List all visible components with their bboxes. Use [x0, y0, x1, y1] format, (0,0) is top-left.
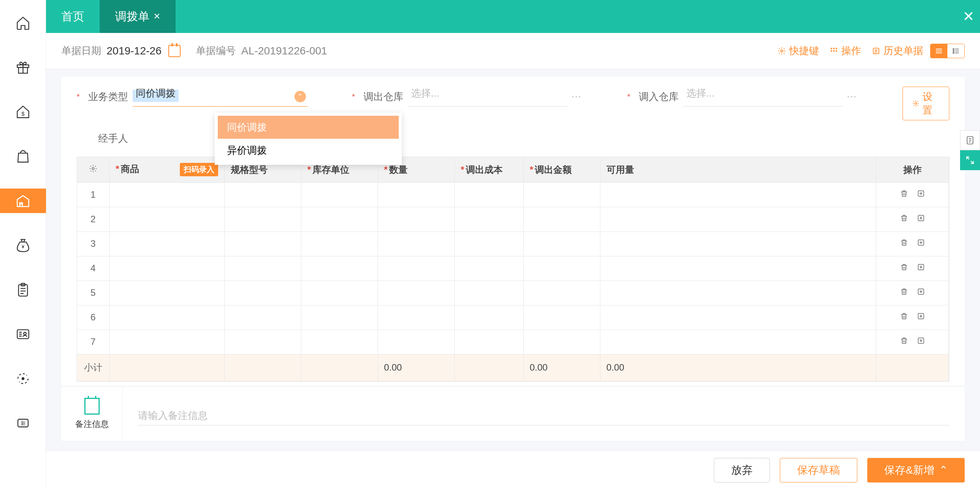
tab-transfer-order[interactable]: 调拨单 ✕ — [100, 0, 176, 33]
notes-icon — [84, 398, 100, 415]
delete-row-icon[interactable] — [900, 263, 908, 274]
out-warehouse-field: * 调出仓库 选择... ⋯ — [352, 87, 581, 107]
expand-float-button[interactable] — [960, 150, 980, 170]
table-row[interactable]: 5 — [77, 281, 949, 305]
in-warehouse-input[interactable]: 选择... — [683, 87, 843, 107]
table-row[interactable]: 4 — [77, 256, 949, 281]
sidebar-item-warehouse[interactable] — [0, 189, 46, 213]
shortcut-button[interactable]: 快捷键 — [778, 44, 819, 57]
more-icon[interactable]: ⋯ — [571, 91, 581, 103]
sidebar-item-gift[interactable] — [0, 55, 46, 80]
save-and-new-button[interactable]: 保存&新增⌃ — [867, 458, 965, 482]
chevron-up-icon[interactable]: ⌃ — [294, 91, 306, 102]
subtotal-qty: 0.00 — [378, 354, 454, 381]
table-row[interactable]: 1 — [77, 182, 949, 207]
abandon-button[interactable]: 放弃 — [714, 458, 770, 482]
sidebar-item-contacts[interactable] — [0, 322, 46, 346]
required-star: * — [352, 92, 355, 101]
grid-icon — [830, 47, 838, 55]
delete-row-icon[interactable] — [900, 312, 908, 323]
billno-value: AL-20191226-001 — [241, 45, 327, 57]
subtotal-row: 小计 0.00 0.00 0.00 — [77, 354, 949, 381]
close-tab-icon[interactable]: ✕ — [153, 11, 160, 21]
row-number: 6 — [77, 305, 109, 330]
svg-rect-13 — [833, 48, 835, 49]
notes-tab[interactable]: 备注信息 — [61, 387, 123, 441]
notes-panel: 备注信息 — [61, 387, 965, 441]
calendar-icon[interactable] — [168, 45, 181, 57]
col-operation: 操作 — [876, 157, 949, 182]
add-row-icon[interactable] — [917, 189, 925, 200]
delete-row-icon[interactable] — [900, 287, 908, 298]
out-warehouse-label: 调出仓库 — [357, 90, 403, 103]
date-value[interactable]: 2019-12-26 — [107, 45, 161, 57]
sidebar-item-bag[interactable] — [0, 144, 46, 169]
notes-input[interactable] — [138, 406, 949, 425]
sidebar-item-new[interactable]: 新 — [0, 411, 46, 435]
in-warehouse-field: * 调入仓库 选择... ⋯ — [627, 87, 857, 107]
view-list-button[interactable] — [931, 44, 947, 58]
operate-button[interactable]: 操作 — [830, 44, 861, 57]
gift-icon — [15, 60, 31, 75]
delete-row-icon[interactable] — [900, 214, 908, 225]
tab-label: 调拨单 — [115, 9, 150, 25]
add-row-icon[interactable] — [917, 287, 925, 298]
delete-row-icon[interactable] — [900, 336, 908, 347]
sidebar-item-clipboard[interactable] — [0, 277, 46, 302]
business-type-label: 业务类型 — [82, 90, 128, 103]
dropdown-option-same-price[interactable]: 同价调拨 — [218, 116, 399, 139]
sidebar-item-sync[interactable] — [0, 366, 46, 391]
row-number: 4 — [77, 256, 109, 281]
sync-icon — [15, 371, 31, 386]
business-type-dropdown: 同价调拨 异价调拨 — [215, 113, 402, 165]
col-amount: *调出金额 — [523, 157, 600, 182]
view-grid-button[interactable] — [947, 44, 964, 58]
add-row-icon[interactable] — [917, 336, 925, 347]
id-card-icon — [15, 327, 31, 342]
left-sidebar: $ ¥ 新 — [0, 0, 46, 489]
subtotal-amount: 0.00 — [523, 354, 600, 381]
row-number: 1 — [77, 182, 109, 207]
svg-point-19 — [953, 48, 954, 49]
tab-home[interactable]: 首页 — [46, 0, 100, 33]
table-row[interactable]: 3 — [77, 231, 949, 256]
clipboard-icon — [15, 282, 31, 297]
add-row-icon[interactable] — [917, 263, 925, 274]
gear-icon — [912, 99, 919, 108]
svg-point-23 — [92, 167, 94, 170]
add-row-icon[interactable] — [917, 214, 925, 225]
sidebar-item-money[interactable]: ¥ — [0, 233, 46, 258]
view-toggle — [930, 44, 965, 58]
delete-row-icon[interactable] — [900, 238, 908, 249]
business-type-input[interactable]: 同价调拨 — [133, 87, 307, 107]
add-row-icon[interactable] — [917, 238, 925, 249]
handler-label: 经手人 — [82, 132, 128, 145]
sidebar-item-home[interactable] — [0, 11, 46, 35]
list-view-icon — [935, 48, 943, 54]
history-button[interactable]: 历史单据 — [872, 44, 923, 57]
svg-point-7 — [23, 332, 26, 335]
table-row[interactable]: 7 — [77, 330, 949, 354]
table-settings-icon[interactable] — [89, 164, 97, 175]
add-row-icon[interactable] — [917, 312, 925, 323]
settings-button[interactable]: 设置 — [903, 87, 949, 120]
grid-view-icon — [952, 48, 960, 54]
more-icon[interactable]: ⋯ — [847, 91, 857, 103]
col-available: 可用量 — [600, 157, 876, 182]
home-icon — [15, 15, 31, 31]
window-close-button[interactable]: ✕ — [957, 8, 980, 25]
table-row[interactable]: 6 — [77, 305, 949, 330]
save-draft-button[interactable]: 保存草稿 — [780, 458, 857, 482]
document-icon — [965, 135, 975, 145]
row-number: 2 — [77, 207, 109, 231]
expand-icon — [965, 155, 975, 165]
notes-float-button[interactable] — [960, 130, 980, 150]
dropdown-option-diff-price[interactable]: 异价调拨 — [218, 139, 399, 162]
table-row[interactable]: 2 — [77, 207, 949, 231]
scan-input-button[interactable]: 扫码录入 — [180, 163, 218, 176]
in-warehouse-label: 调入仓库 — [633, 90, 679, 103]
out-warehouse-input[interactable]: 选择... — [408, 87, 567, 107]
required-star: * — [627, 92, 630, 101]
sidebar-item-price[interactable]: $ — [0, 100, 46, 124]
delete-row-icon[interactable] — [900, 189, 908, 200]
